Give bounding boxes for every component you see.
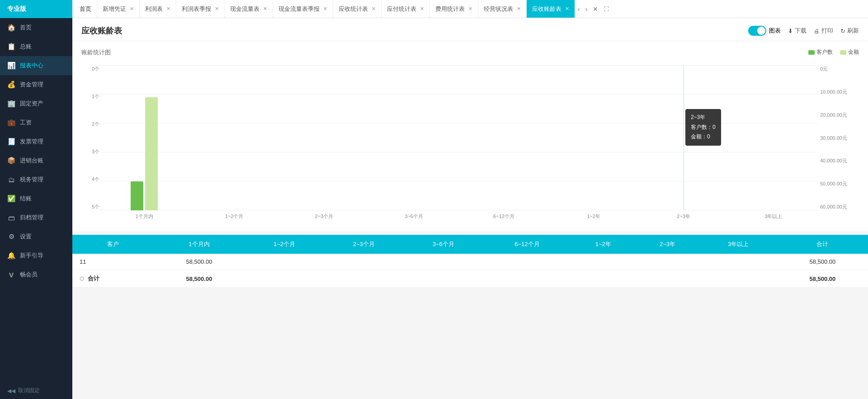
- total-m1: 58,500.00: [154, 270, 245, 288]
- tab-profit-quarter-close[interactable]: ✕: [215, 6, 219, 12]
- sidebar-item-salary[interactable]: 💼 工资: [0, 113, 72, 132]
- tab-next-button[interactable]: ›: [583, 0, 590, 18]
- tab-profit[interactable]: 利润表 ✕: [140, 0, 176, 18]
- sidebar-item-stock[interactable]: 📦 进销台账: [0, 151, 72, 170]
- bar-group-7: [728, 66, 818, 210]
- sidebar-item-ledger[interactable]: 📋 总账: [0, 37, 72, 56]
- sidebar-item-label: 归档管理: [20, 214, 43, 222]
- y-left-5: 5个: [81, 204, 99, 210]
- sidebar-item-tax[interactable]: 🗂 税务管理: [0, 170, 72, 189]
- tab-voucher-close[interactable]: ✕: [130, 6, 134, 12]
- sidebar-item-label: 设置: [20, 233, 32, 241]
- y-right-4: 40,000.00元: [818, 157, 859, 164]
- y-right-6: 60,000.00元: [818, 204, 859, 210]
- refresh-label: 刷新: [847, 27, 859, 35]
- sidebar-item-archive[interactable]: 🗃 归档管理: [0, 208, 72, 227]
- sidebar-item-label: 税务管理: [20, 176, 43, 184]
- unpin-label: 取消固定: [18, 387, 40, 394]
- cell-customer: 11: [72, 254, 154, 270]
- tab-business[interactable]: 经营状况表 ✕: [478, 0, 527, 18]
- y-axis-right: 60,000.00元 50,000.00元 40,000.00元 30,000.…: [818, 61, 859, 224]
- download-button[interactable]: ⬇ 下载: [788, 27, 807, 35]
- y-right-0: 0元: [818, 66, 859, 72]
- x-label-4: 6~12个月: [459, 213, 549, 220]
- bar-group-0: [99, 66, 189, 210]
- tab-receivable[interactable]: 应收统计表 ✕: [333, 0, 382, 18]
- page-header: 应收账龄表 图表 ⬇ 下载 🖨 打印 ↻ 刷新: [72, 18, 868, 41]
- chart-toggle[interactable]: [748, 26, 766, 36]
- tab-cashflow-quarter[interactable]: 现金流量表季报 ✕: [273, 0, 333, 18]
- sidebar-item-assets[interactable]: 🏢 固定资产: [0, 94, 72, 113]
- print-button[interactable]: 🖨 打印: [814, 27, 833, 35]
- home-icon: 🏠: [7, 24, 15, 32]
- tab-business-close[interactable]: ✕: [517, 6, 521, 12]
- bar-customer-0: [131, 181, 143, 210]
- archive-icon: 🗃: [7, 214, 15, 222]
- tab-profit-quarter[interactable]: 利润表季报 ✕: [176, 0, 225, 18]
- x-label-5: 1~2年: [549, 213, 639, 220]
- bars-row: [99, 66, 818, 210]
- x-label-0: 1个月内: [99, 213, 189, 220]
- sidebar-item-member[interactable]: V 畅会员: [0, 265, 72, 284]
- tab-home-label: 首页: [80, 5, 91, 13]
- tab-expand-button[interactable]: ⛶: [601, 0, 612, 18]
- tab-aging-close[interactable]: ✕: [565, 6, 569, 12]
- sidebar-item-home[interactable]: 🏠 首页: [0, 18, 72, 37]
- sidebar-item-label: 固定资产: [20, 100, 43, 108]
- tab-close-all-button[interactable]: ✕: [590, 0, 601, 18]
- tab-expense[interactable]: 费用统计表 ✕: [430, 0, 478, 18]
- sidebar-item-funds[interactable]: 💰 资金管理: [0, 75, 72, 94]
- tab-aging-label: 应收账龄表: [532, 5, 561, 13]
- total-text: 合计: [88, 275, 99, 282]
- cell-total: 58,500.00: [777, 254, 868, 270]
- bar-amount-0: [145, 97, 158, 210]
- y-left-4: 4个: [81, 176, 99, 183]
- cell-m612: [483, 254, 571, 270]
- refresh-button[interactable]: ↻ 刷新: [840, 27, 859, 35]
- total-m36: [404, 270, 483, 288]
- legend-customer-label: 客户数: [816, 48, 833, 56]
- tab-profit-close[interactable]: ✕: [166, 6, 170, 12]
- sidebar-item-label: 工资: [20, 119, 32, 127]
- tab-aging[interactable]: 应收账龄表 ✕: [527, 0, 575, 18]
- y-left-0: 0个: [81, 66, 99, 72]
- tab-cashflow-quarter-close[interactable]: ✕: [323, 6, 327, 12]
- total-m12: [245, 270, 324, 288]
- sidebar: 专业版 🏠 首页 📋 总账 📊 报表中心 💰 资金管理 🏢 固定资产 💼 工资 …: [0, 0, 72, 399]
- bar-group-2: [279, 66, 369, 210]
- tab-profit-quarter-label: 利润表季报: [182, 5, 211, 13]
- table-total-row: ⬡ 合计 58,500.00 58,500.00: [72, 270, 868, 288]
- sidebar-item-label: 畅会员: [20, 271, 38, 279]
- sidebar-item-reports[interactable]: 📊 报表中心: [0, 56, 72, 75]
- tab-receivable-label: 应收统计表: [339, 5, 368, 13]
- sidebar-item-invoice[interactable]: 🧾 发票管理: [0, 132, 72, 151]
- tab-cashflow[interactable]: 现金流量表 ✕: [225, 0, 273, 18]
- tab-receivable-close[interactable]: ✕: [372, 6, 376, 12]
- y-right-1: 10,000.00元: [818, 89, 859, 95]
- cell-m23: [324, 254, 404, 270]
- download-icon: ⬇: [788, 28, 793, 34]
- total-label: ⬡ 合计: [72, 270, 154, 288]
- tab-expense-label: 费用统计表: [435, 5, 465, 13]
- tab-home[interactable]: 首页: [74, 0, 97, 18]
- table-section: 客户 1个月内 1~2个月 2~3个月 3~6个月 6~12个月 1~2年 2~…: [72, 235, 868, 288]
- y-left-2: 2个: [81, 121, 99, 128]
- legend-customer: 客户数: [808, 48, 833, 56]
- header-actions: 图表 ⬇ 下载 🖨 打印 ↻ 刷新: [748, 26, 859, 36]
- bar-group-6: [639, 66, 729, 210]
- invoice-icon: 🧾: [7, 138, 15, 146]
- unpin-button[interactable]: ◀◀ 取消固定: [0, 382, 72, 399]
- table-row: 11 58,500.00 58,500.00: [72, 254, 868, 270]
- legend-amount-label: 金额: [848, 48, 859, 56]
- tab-payable-close[interactable]: ✕: [420, 6, 424, 12]
- content-area: 应收账龄表 图表 ⬇ 下载 🖨 打印 ↻ 刷新: [72, 18, 868, 399]
- assets-icon: 🏢: [7, 100, 15, 108]
- tab-payable[interactable]: 应付统计表 ✕: [382, 0, 430, 18]
- sidebar-item-guide[interactable]: 🔔 新手引导: [0, 246, 72, 265]
- tab-prev-button[interactable]: ‹: [575, 0, 583, 18]
- tab-voucher[interactable]: 新增凭证 ✕: [97, 0, 140, 18]
- tab-expense-close[interactable]: ✕: [468, 6, 472, 12]
- sidebar-item-settings[interactable]: ⚙ 设置: [0, 227, 72, 246]
- tab-cashflow-close[interactable]: ✕: [263, 6, 267, 12]
- sidebar-item-closing[interactable]: ✅ 结账: [0, 189, 72, 208]
